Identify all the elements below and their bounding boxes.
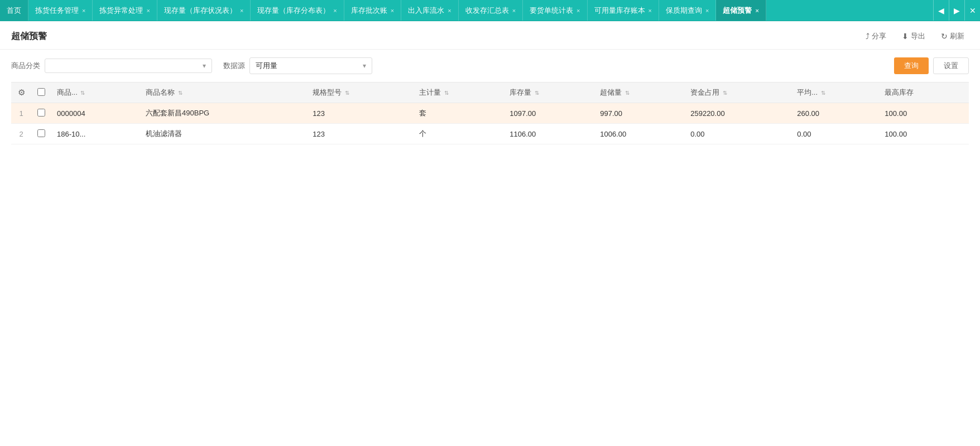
th-overstock[interactable]: 超储量 ⇅ xyxy=(594,83,685,103)
close-tab-task[interactable]: × xyxy=(82,7,85,14)
refresh-button[interactable]: ↻ 刷新 xyxy=(936,29,969,43)
th-product-name[interactable]: 商品名称 ⇅ xyxy=(140,83,307,103)
th-stock[interactable]: 库存量 ⇅ xyxy=(504,83,594,103)
cell-overstock-0: 997.00 xyxy=(594,103,685,124)
cell-spec-0: 123 xyxy=(307,103,414,124)
datasource-filter: 数据源 可用量 ▾ xyxy=(223,57,372,74)
nav-prev-button[interactable]: ◀ xyxy=(933,0,949,21)
filter-actions: 查询 设置 xyxy=(894,57,969,74)
refresh-icon: ↻ xyxy=(941,32,948,41)
nav-tab-home[interactable]: 首页 xyxy=(0,0,28,21)
category-select[interactable]: ▾ xyxy=(45,59,212,73)
cell-product-code-1: 186-10... xyxy=(51,124,140,144)
cell-stock-0: 1097.00 xyxy=(504,103,594,124)
data-table-wrap: ⚙ 商品... ⇅ 商品名称 ⇅ 规格型号 ⇅ xyxy=(0,82,980,144)
datasource-select[interactable]: 可用量 ▾ xyxy=(249,57,372,74)
row-checkbox-1[interactable] xyxy=(37,129,45,137)
select-all-checkbox[interactable] xyxy=(37,88,45,96)
settings-button[interactable]: 设置 xyxy=(933,57,969,74)
cell-overstock-1: 1006.00 xyxy=(594,124,685,144)
nav-tab-batch[interactable]: 库存批次账 × xyxy=(344,0,401,21)
datasource-select-chevron: ▾ xyxy=(363,62,366,70)
category-filter-label: 商品分类 xyxy=(11,61,40,71)
row-checkbox-0[interactable] xyxy=(37,109,45,117)
page-title: 超储预警 xyxy=(11,31,47,42)
sort-spec-icon: ⇅ xyxy=(345,90,349,96)
th-capital[interactable]: 资金占用 ⇅ xyxy=(685,83,791,103)
close-tab-summary[interactable]: × xyxy=(512,7,516,14)
cell-spec-1: 123 xyxy=(307,124,414,144)
share-icon: ⤴ xyxy=(866,32,869,41)
sort-product-code-icon: ⇅ xyxy=(80,90,85,96)
nav-tab-summary[interactable]: 收发存汇总表 × xyxy=(459,0,523,21)
data-table: ⚙ 商品... ⇅ 商品名称 ⇅ 规格型号 ⇅ xyxy=(11,82,969,144)
cell-avg-0: 260.00 xyxy=(791,103,879,124)
th-spec[interactable]: 规格型号 ⇅ xyxy=(307,83,414,103)
cell-max-stock-0: 100.00 xyxy=(879,103,969,124)
nav-next-button[interactable]: ▶ xyxy=(949,0,964,21)
export-button[interactable]: ⬇ 导出 xyxy=(897,29,930,43)
filter-area: 商品分类 ▾ 数据源 可用量 ▾ 查询 设置 xyxy=(0,50,980,82)
header-actions: ⤴ 分享 ⬇ 导出 ↻ 刷新 xyxy=(861,29,969,43)
close-tab-stock1[interactable]: × xyxy=(240,7,243,14)
table-header-row: ⚙ 商品... ⇅ 商品名称 ⇅ 规格型号 ⇅ xyxy=(11,83,969,103)
close-tab-batch[interactable]: × xyxy=(391,7,394,14)
nav-close-all-button[interactable]: ✕ xyxy=(964,0,980,21)
query-button[interactable]: 查询 xyxy=(894,57,929,74)
top-navigation: 首页 拣货任务管理 × 拣货异常处理 × 现存量（库存状况表） × 现存量（库存… xyxy=(0,0,980,21)
th-unit[interactable]: 主计量 ⇅ xyxy=(414,83,504,103)
cell-product-name-1: 机油滤清器 xyxy=(140,124,307,144)
close-tab-available[interactable]: × xyxy=(648,7,652,14)
th-checkbox xyxy=(31,83,51,103)
close-tab-overstock[interactable]: × xyxy=(755,7,758,14)
nav-tab-expiry[interactable]: 保质期查询 × xyxy=(659,0,716,21)
table-row: 2 186-10... 机油滤清器 123 个 1106.00 1006.00 … xyxy=(11,124,969,144)
cell-unit-0: 套 xyxy=(414,103,504,124)
nav-tab-stock1[interactable]: 现存量（库存状况表） × xyxy=(157,0,251,21)
export-icon: ⬇ xyxy=(902,32,909,41)
sort-product-name-icon: ⇅ xyxy=(178,90,182,96)
sort-overstock-icon: ⇅ xyxy=(625,90,630,96)
sort-capital-icon: ⇅ xyxy=(723,90,727,96)
cell-max-stock-1: 100.00 xyxy=(879,124,969,144)
page-content: 超储预警 ⤴ 分享 ⬇ 导出 ↻ 刷新 商品分类 ▾ 数据源 xyxy=(0,21,980,446)
row-check-0 xyxy=(31,103,51,124)
row-num-0: 1 xyxy=(11,103,31,124)
page-header: 超储预警 ⤴ 分享 ⬇ 导出 ↻ 刷新 xyxy=(0,21,980,50)
sort-avg-icon: ⇅ xyxy=(821,90,825,96)
gear-icon[interactable]: ⚙ xyxy=(18,88,25,97)
row-num-1: 2 xyxy=(11,124,31,144)
cell-avg-1: 0.00 xyxy=(791,124,879,144)
cell-product-name-0: 六配套新昌490BPG xyxy=(140,103,307,124)
category-filter: 商品分类 ▾ xyxy=(11,59,212,73)
cell-unit-1: 个 xyxy=(414,124,504,144)
nav-tab-flow[interactable]: 出入库流水 × xyxy=(401,0,458,21)
datasource-filter-label: 数据源 xyxy=(223,61,245,71)
nav-tab-stock2[interactable]: 现存量（库存分布表） × xyxy=(251,0,344,21)
nav-tab-exception[interactable]: 拣货异常处理 × xyxy=(93,0,157,21)
sort-stock-icon: ⇅ xyxy=(535,90,539,96)
close-tab-requisition[interactable]: × xyxy=(577,7,580,14)
category-select-chevron: ▾ xyxy=(203,62,206,70)
nav-tab-task[interactable]: 拣货任务管理 × xyxy=(28,0,93,21)
th-max-stock[interactable]: 最高库存 xyxy=(879,83,969,103)
cell-capital-0: 259220.00 xyxy=(685,103,791,124)
nav-tab-overstock[interactable]: 超储预警 × xyxy=(716,0,766,21)
share-button[interactable]: ⤴ 分享 xyxy=(861,29,891,43)
table-row: 1 0000004 六配套新昌490BPG 123 套 1097.00 997.… xyxy=(11,103,969,124)
table-body: 1 0000004 六配套新昌490BPG 123 套 1097.00 997.… xyxy=(11,103,969,144)
cell-capital-1: 0.00 xyxy=(685,124,791,144)
close-tab-flow[interactable]: × xyxy=(448,7,451,14)
cell-stock-1: 1106.00 xyxy=(504,124,594,144)
nav-arrows: ◀ ▶ ✕ xyxy=(933,0,980,21)
row-check-1 xyxy=(31,124,51,144)
th-product-code[interactable]: 商品... ⇅ xyxy=(51,83,140,103)
nav-tab-requisition[interactable]: 要货单统计表 × xyxy=(523,0,587,21)
close-tab-expiry[interactable]: × xyxy=(705,7,709,14)
nav-tab-available[interactable]: 可用量库存账本 × xyxy=(588,0,659,21)
th-gear: ⚙ xyxy=(11,83,31,103)
sort-unit-icon: ⇅ xyxy=(444,90,449,96)
close-tab-stock2[interactable]: × xyxy=(333,7,337,14)
close-tab-exception[interactable]: × xyxy=(146,7,150,14)
th-avg[interactable]: 平均... ⇅ xyxy=(791,83,879,103)
